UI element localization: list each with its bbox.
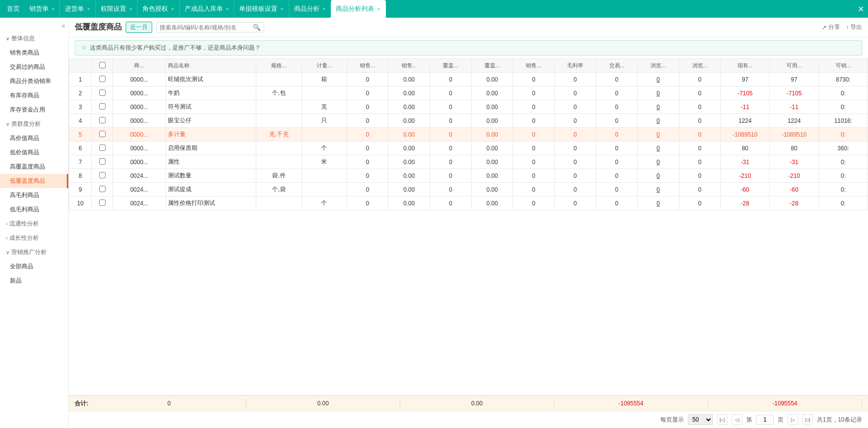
tab-purchase[interactable]: 进货单 × — [60, 0, 95, 18]
sidebar-toggle[interactable]: « — [0, 20, 68, 31]
sidebar-item-low-coverage[interactable]: 低覆盖度商品 — [0, 174, 68, 188]
th-browse2[interactable]: 浏览... — [679, 59, 721, 73]
tab-sales-close[interactable]: × — [52, 6, 54, 12]
tab-product-analysis-close[interactable]: × — [323, 6, 326, 12]
row-browse1[interactable]: 0 — [637, 114, 679, 128]
sidebar-item-traded-products[interactable]: 交易过的商品 — [0, 60, 68, 74]
row-name: 多计量 — [165, 128, 256, 142]
tab-permissions-close[interactable]: × — [129, 6, 132, 12]
row-browse1[interactable]: 0 — [637, 197, 679, 210]
th-avail[interactable]: 可用... — [770, 59, 819, 73]
row-browse2: 0 — [679, 142, 721, 155]
tab-product-analysis-list-close[interactable]: × — [377, 6, 380, 12]
last-page-button[interactable]: ▷| — [802, 414, 813, 425]
th-cover1[interactable]: 覆盖... — [430, 59, 472, 73]
sidebar-item-low-margin[interactable]: 低毛利商品 — [0, 202, 68, 217]
row-index: 4 — [69, 114, 92, 128]
table-row: 90024...测试提成个,袋00.0000.0000000-60-600: — [69, 183, 868, 197]
th-sales3[interactable]: 销售... — [513, 59, 555, 73]
th-current[interactable]: 现有... — [721, 59, 770, 73]
th-trade[interactable]: 交易... — [596, 59, 638, 73]
row-select-checkbox[interactable] — [99, 172, 106, 178]
row-cover2: 0.00 — [471, 73, 513, 86]
sidebar-item-sales-products[interactable]: 销售类商品 — [0, 46, 68, 60]
tab-product-analysis-list[interactable]: 商品分析列表 × — [331, 0, 385, 18]
tab-roles-close[interactable]: × — [171, 6, 174, 12]
sidebar-item-high-coverage[interactable]: 高覆盖度商品 — [0, 160, 68, 174]
export-button[interactable]: ↑ 导出 — [846, 23, 862, 31]
tab-sales[interactable]: 销货单 × — [25, 0, 60, 18]
content-header: 低覆盖度商品 近一月 🔍 ↗ 分享 ↑ 导出 — [69, 18, 868, 37]
row-browse1[interactable]: 0 — [637, 73, 679, 86]
select-all-checkbox[interactable] — [99, 62, 106, 68]
sidebar-group-growth[interactable]: › 成长性分析 — [0, 231, 68, 245]
per-page-select[interactable]: 50 20 100 200 — [688, 414, 713, 425]
row-sales3: 0 — [513, 128, 555, 142]
sidebar-item-new-products[interactable]: 新品 — [0, 274, 68, 288]
tab-permissions[interactable]: 权限设置 × — [96, 0, 137, 18]
row-browse1[interactable]: 0 — [637, 128, 679, 142]
row-browse1[interactable]: 0 — [637, 86, 679, 100]
share-button[interactable]: ↗ 分享 — [822, 23, 840, 31]
nav-close-button[interactable]: ✕ — [858, 4, 864, 14]
th-name[interactable]: 商品名称 — [165, 59, 256, 73]
sidebar-item-low-value[interactable]: 低价值商品 — [0, 145, 68, 160]
row-select-checkbox[interactable] — [99, 76, 106, 82]
sidebar-item-high-value[interactable]: 高价值商品 — [0, 131, 68, 145]
tab-home[interactable]: 首页 — [2, 0, 25, 18]
row-browse1[interactable]: 0 — [637, 183, 679, 197]
row-browse1[interactable]: 0 — [637, 169, 679, 183]
tab-product-analysis[interactable]: 商品分析 × — [289, 0, 331, 18]
th-code[interactable]: 商... — [113, 59, 166, 73]
sidebar-item-high-margin[interactable]: 高毛利商品 — [0, 188, 68, 202]
sidebar-item-stock-products[interactable]: 有库存商品 — [0, 88, 68, 103]
first-page-button[interactable]: |◁ — [717, 414, 728, 425]
sidebar-item-category-turnover[interactable]: 商品分类动销率 — [0, 74, 68, 88]
tab-templates-close[interactable]: × — [280, 6, 283, 12]
row-checkbox — [92, 114, 113, 128]
row-select-checkbox[interactable] — [99, 144, 106, 151]
th-sales2[interactable]: 销售... — [388, 59, 430, 73]
sidebar-group-marketing[interactable]: ∨ 营销推广分析 — [0, 245, 68, 259]
search-input[interactable] — [160, 24, 253, 31]
next-page-button[interactable]: ▷ — [787, 414, 798, 425]
sidebar-item-inventory-capital[interactable]: 库存资金占用 — [0, 103, 68, 117]
row-select-checkbox[interactable] — [99, 131, 106, 137]
search-icon[interactable]: 🔍 — [253, 24, 261, 31]
tab-roles[interactable]: 角色授权 × — [137, 0, 179, 18]
row-browse1[interactable]: 0 — [637, 155, 679, 169]
th-spec[interactable]: 规格... — [256, 59, 301, 73]
sidebar-item-all-products[interactable]: 全部商品 — [0, 259, 68, 274]
tab-purchase-close[interactable]: × — [87, 6, 90, 12]
row-browse2: 0 — [679, 197, 721, 210]
row-trade: 0 — [596, 114, 638, 128]
time-filter-button[interactable]: 近一月 — [126, 22, 152, 33]
row-browse1[interactable]: 0 — [637, 142, 679, 155]
page-number-input[interactable] — [756, 415, 774, 425]
tab-finished-goods[interactable]: 产成品入库单 × — [180, 0, 234, 18]
th-unit[interactable]: 计量... — [301, 59, 347, 73]
row-select-checkbox[interactable] — [99, 158, 106, 165]
row-select-checkbox[interactable] — [99, 200, 106, 206]
th-browse1[interactable]: 浏览... — [637, 59, 679, 73]
th-sales1[interactable]: 销售... — [347, 59, 388, 73]
prev-page-button[interactable]: ◁ — [732, 414, 742, 425]
th-cover2[interactable]: 覆盖... — [471, 59, 513, 73]
tab-finished-goods-close[interactable]: × — [226, 6, 229, 12]
row-sales1: 0 — [347, 183, 388, 197]
row-code: 0000... — [113, 128, 166, 142]
sidebar-group-cluster[interactable]: ∨ 类群度分析 — [0, 117, 68, 131]
row-select-checkbox[interactable] — [99, 89, 106, 96]
chevron-right-icon: › — [6, 221, 7, 227]
row-trade: 0 — [596, 169, 638, 183]
data-table-container[interactable]: 商... 商品名称 规格... 计量... 销售... — [69, 58, 868, 395]
th-gross[interactable]: 毛利率 — [554, 59, 596, 73]
row-select-checkbox[interactable] — [99, 117, 106, 123]
sidebar-group-overall[interactable]: ∨ 整体信息 — [0, 31, 68, 46]
row-select-checkbox[interactable] — [99, 103, 106, 110]
row-browse1[interactable]: 0 — [637, 100, 679, 114]
sidebar-group-circulation[interactable]: › 流通性分析 — [0, 217, 68, 231]
th-sellable[interactable]: 可销... — [818, 59, 868, 73]
tab-templates[interactable]: 单据模板设置 × — [234, 0, 289, 18]
row-select-checkbox[interactable] — [99, 186, 106, 192]
